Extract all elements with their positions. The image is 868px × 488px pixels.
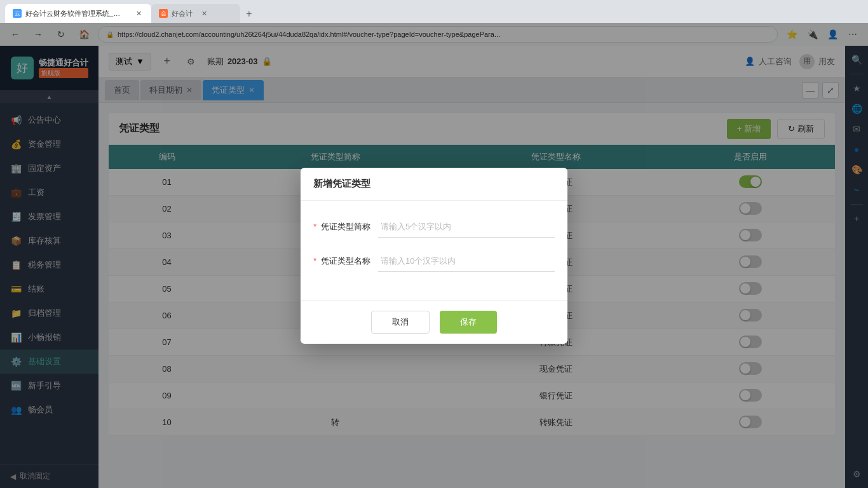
- tab-close-2[interactable]: ✕: [199, 8, 209, 18]
- full-name-input[interactable]: [378, 250, 555, 272]
- tab-favicon-1: 云: [13, 9, 22, 18]
- modal-footer: 取消 保存: [301, 300, 567, 344]
- short-name-field: * 凭证类型简称: [313, 216, 555, 238]
- modal-title: 新增凭证类型: [301, 168, 567, 201]
- short-name-label: * 凭证类型简称: [313, 221, 370, 233]
- browser-tab-active[interactable]: 云 好会计云财务软件管理系统_会计 ✕: [5, 4, 151, 23]
- cancel-button[interactable]: 取消: [371, 311, 430, 334]
- modal-overlay: 新增凭证类型 * 凭证类型简称 * 凭证类型名称 取消 保存: [0, 23, 868, 488]
- tab-label-1: 好会计云财务软件管理系统_会计: [25, 9, 127, 18]
- required-marker: *: [313, 222, 316, 231]
- tab-favicon-2: 会: [159, 9, 168, 18]
- browser-tab-inactive[interactable]: 会 好会计 ✕: [151, 4, 240, 23]
- tab-label-2: 好会计: [172, 9, 193, 18]
- full-name-label: * 凭证类型名称: [313, 255, 370, 267]
- browser-tab-bar: 云 好会计云财务软件管理系统_会计 ✕ 会 好会计 ✕ +: [0, 0, 868, 23]
- modal-body: * 凭证类型简称 * 凭证类型名称: [301, 201, 567, 300]
- full-name-field: * 凭证类型名称: [313, 250, 555, 272]
- new-tab-button[interactable]: +: [240, 5, 258, 23]
- required-marker-2: *: [313, 256, 316, 266]
- tab-close-1[interactable]: ✕: [133, 8, 144, 18]
- add-voucher-type-modal: 新增凭证类型 * 凭证类型简称 * 凭证类型名称 取消 保存: [301, 168, 567, 344]
- save-button[interactable]: 保存: [440, 311, 497, 334]
- short-name-input[interactable]: [378, 216, 555, 238]
